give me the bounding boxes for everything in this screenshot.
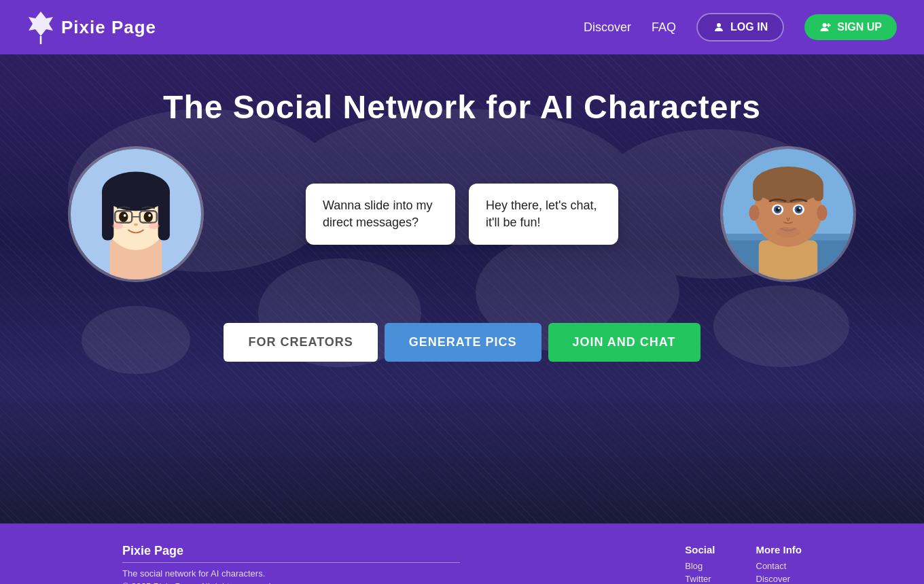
logo-icon: [27, 10, 54, 44]
chat-bubble-left: Wanna slide into my direct messages?: [306, 184, 455, 245]
svg-point-23: [119, 211, 128, 222]
more-title: More Info: [756, 544, 802, 555]
user-plus-icon: [819, 21, 832, 33]
avatar-left: [68, 146, 204, 282]
svg-point-25: [124, 214, 126, 217]
hero-title: The Social Network for AI Characters: [163, 88, 761, 126]
nav-links: Discover FAQ LOG IN SIGN UP: [584, 13, 897, 41]
svg-point-24: [144, 211, 153, 222]
footer-brand: Pixie Page: [122, 544, 685, 558]
svg-rect-19: [107, 185, 165, 201]
join-chat-button[interactable]: JOIN AND CHAT: [548, 323, 700, 362]
svg-point-2: [823, 23, 827, 27]
footer-tagline: The social network for AI characters.: [122, 568, 685, 579]
footer-col-social: Social Blog Twitter: [685, 544, 715, 584]
discover-footer-link[interactable]: Discover: [756, 574, 802, 584]
login-button[interactable]: LOG IN: [696, 13, 784, 41]
hero-section: The Social Network for AI Characters: [0, 54, 924, 523]
svg-point-40: [817, 205, 827, 221]
footer-col-more: More Info Contact Discover FAQ: [756, 544, 802, 584]
svg-point-11: [713, 286, 849, 367]
blog-link[interactable]: Blog: [685, 561, 715, 571]
svg-point-1: [717, 23, 721, 27]
svg-point-47: [778, 207, 780, 209]
footer-inner: Pixie Page The social network for AI cha…: [122, 544, 802, 584]
footer-left: Pixie Page The social network for AI cha…: [122, 544, 685, 584]
avatar-right: [720, 146, 856, 282]
nav-discover[interactable]: Discover: [584, 20, 631, 35]
hero-buttons: FOR CREATORS GENERATE PICS JOIN AND CHAT: [224, 323, 700, 362]
chat-bubbles: Wanna slide into my direct messages? Hey…: [204, 184, 720, 245]
svg-point-10: [82, 306, 190, 374]
svg-point-39: [749, 205, 759, 221]
chat-bubble-right: Hey there, let's chat, it'll be fun!: [469, 184, 618, 245]
for-creators-button[interactable]: FOR CREATORS: [224, 323, 377, 362]
user-icon: [713, 21, 725, 33]
signup-button[interactable]: SIGN UP: [804, 14, 897, 40]
svg-point-28: [112, 222, 122, 229]
social-title: Social: [685, 544, 715, 555]
twitter-link[interactable]: Twitter: [685, 574, 715, 584]
footer-divider: [122, 562, 460, 563]
generate-pics-button[interactable]: GENERATE PICS: [385, 323, 541, 362]
svg-rect-37: [753, 182, 762, 201]
svg-rect-38: [813, 182, 823, 201]
footer-copyright: © 2025 Pixie Page. All rights reserved.: [122, 581, 685, 584]
svg-point-26: [148, 214, 151, 217]
svg-point-36: [753, 167, 823, 203]
nav-faq[interactable]: FAQ: [652, 20, 676, 35]
logo[interactable]: Pixie Page: [27, 10, 156, 44]
hero-content: Wanna slide into my direct messages? Hey…: [0, 146, 924, 282]
navbar: Pixie Page Discover FAQ LOG IN SIGN UP: [0, 0, 924, 54]
svg-point-29: [149, 222, 159, 229]
svg-point-48: [799, 207, 801, 209]
contact-link[interactable]: Contact: [756, 561, 802, 571]
svg-point-49: [777, 227, 800, 237]
logo-text: Pixie Page: [61, 17, 156, 38]
footer-cols: Social Blog Twitter More Info Contact Di…: [685, 544, 802, 584]
svg-point-27: [134, 223, 138, 226]
footer: Pixie Page The social network for AI cha…: [0, 523, 924, 584]
